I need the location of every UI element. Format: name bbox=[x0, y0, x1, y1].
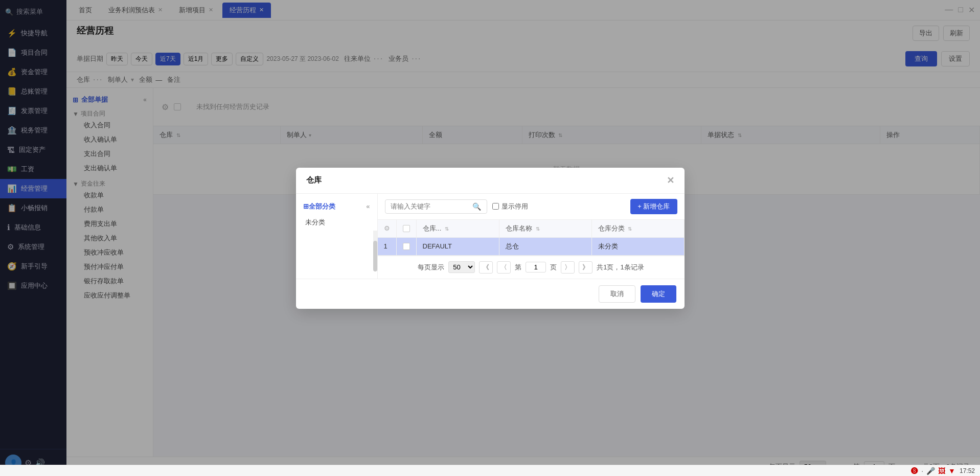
modal-select-all[interactable] bbox=[403, 225, 410, 232]
modal-all-categories-label: 全部分类 bbox=[309, 202, 335, 211]
modal-confirm-button[interactable]: 确定 bbox=[641, 285, 676, 303]
th-modal-name: 仓库名称 ⇅ bbox=[499, 220, 592, 238]
status-bar: 🅢 · 🎤 🖼 ▼ 17:52 bbox=[0, 465, 980, 476]
modal-search-wrapper: 🔍 bbox=[385, 199, 487, 214]
th-modal-settings: ⚙ bbox=[378, 220, 397, 238]
modal-table-gear-icon[interactable]: ⚙ bbox=[384, 224, 390, 232]
modal-cancel-button[interactable]: 取消 bbox=[599, 285, 635, 303]
th-modal-category: 仓库分类 ⇅ bbox=[591, 220, 684, 238]
table-row[interactable]: 1 DEFAULT 总仓 未分类 bbox=[378, 237, 685, 255]
modal-table: ⚙ 仓库... ⇅ bbox=[378, 220, 685, 256]
modal-search-bar: 🔍 显示停用 + 新增仓库 bbox=[378, 194, 685, 220]
th-modal-checkbox bbox=[396, 220, 416, 238]
modal-table-header-row: ⚙ 仓库... ⇅ bbox=[378, 220, 685, 238]
modal-total-label: 共1页，1条记录 bbox=[597, 263, 644, 272]
taskbar-icons: 🅢 · 🎤 🖼 ▼ bbox=[911, 467, 955, 475]
modal-right-panel: 🔍 显示停用 + 新增仓库 bbox=[378, 194, 685, 279]
modal-body: ⊞ 全部分类 « 未分类 bbox=[296, 194, 685, 279]
modal-title: 仓库 bbox=[306, 175, 322, 185]
modal-next-page[interactable]: 〉 bbox=[561, 261, 575, 274]
row-id: 1 bbox=[378, 237, 397, 255]
sort-icon-modal-code[interactable]: ⇅ bbox=[445, 226, 449, 232]
modal-table-wrap: ⚙ 仓库... ⇅ bbox=[378, 220, 685, 256]
sort-icon-modal-category[interactable]: ⇅ bbox=[628, 226, 632, 232]
sort-icon-modal-name[interactable]: ⇅ bbox=[536, 226, 540, 232]
modal-page-suffix: 页 bbox=[550, 263, 557, 272]
modal-search-input[interactable] bbox=[391, 202, 472, 210]
modal-page-input[interactable] bbox=[526, 262, 546, 273]
status-time: 17:52 bbox=[960, 467, 975, 474]
modal-backdrop[interactable]: 仓库 ✕ ⊞ 全部分类 « 未分类 bbox=[0, 0, 980, 476]
show-disabled-label[interactable]: 显示停用 bbox=[492, 202, 528, 211]
modal-first-page[interactable]: 《 bbox=[479, 261, 493, 274]
modal-left-all-categories[interactable]: ⊞ 全部分类 « bbox=[296, 199, 377, 214]
modal-collapse-icon[interactable]: « bbox=[366, 202, 370, 210]
row-name: 总仓 bbox=[499, 237, 592, 255]
modal-left-uncategorized[interactable]: 未分类 bbox=[296, 214, 377, 231]
modal-search-icon: 🔍 bbox=[472, 202, 481, 211]
row-category: 未分类 bbox=[591, 237, 684, 255]
show-disabled-text: 显示停用 bbox=[502, 202, 528, 211]
warehouse-modal: 仓库 ✕ ⊞ 全部分类 « 未分类 bbox=[296, 168, 685, 309]
modal-header: 仓库 ✕ bbox=[296, 168, 685, 194]
modal-per-page-label: 每页显示 bbox=[418, 263, 444, 272]
modal-prev-page[interactable]: 〈 bbox=[497, 261, 511, 274]
modal-close-button[interactable]: ✕ bbox=[667, 175, 674, 186]
modal-footer: 取消 确定 bbox=[296, 279, 685, 309]
modal-add-warehouse-button[interactable]: + 新增仓库 bbox=[630, 199, 677, 214]
th-modal-code: 仓库... ⇅ bbox=[416, 220, 499, 238]
grid-icon-modal: ⊞ bbox=[303, 202, 309, 210]
modal-per-page-select[interactable]: 50 100 bbox=[448, 261, 475, 273]
show-disabled-checkbox[interactable] bbox=[492, 203, 499, 210]
modal-pagination: 每页显示 50 100 《 〈 第 页 〉 》 共1页，1条记录 bbox=[378, 256, 685, 279]
row-code: DEFAULT bbox=[416, 237, 499, 255]
modal-scrollbar[interactable] bbox=[373, 231, 377, 264]
modal-scrollbar-thumb[interactable] bbox=[373, 241, 377, 271]
row-checkbox[interactable] bbox=[396, 237, 416, 255]
modal-last-page[interactable]: 》 bbox=[579, 261, 592, 274]
modal-left-panel: ⊞ 全部分类 « 未分类 bbox=[296, 194, 378, 279]
modal-page-label: 第 bbox=[515, 263, 521, 272]
